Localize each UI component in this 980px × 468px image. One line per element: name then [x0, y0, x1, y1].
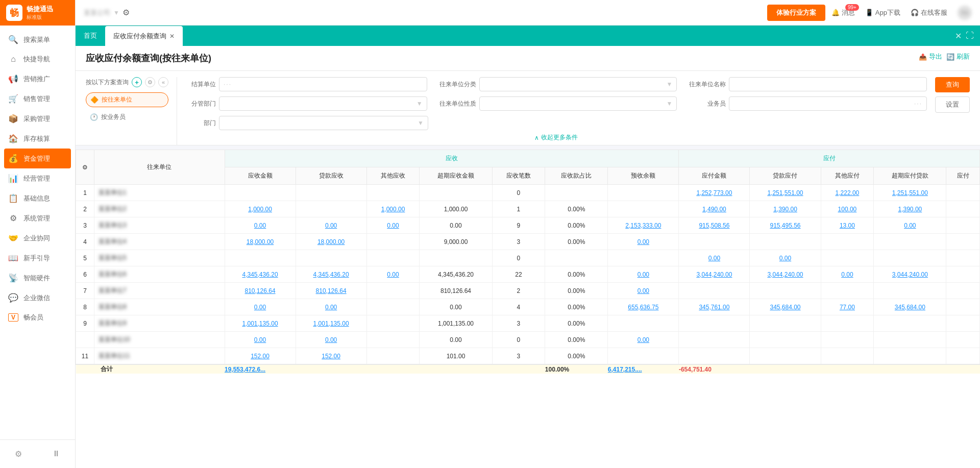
app-download-button[interactable]: 📱 App下载: [865, 8, 900, 17]
table-cell[interactable]: 1,251,551.00: [750, 185, 821, 201]
input-salesperson[interactable]: ···: [729, 96, 927, 111]
tab-home[interactable]: 首页: [76, 26, 105, 46]
header-settings-icon[interactable]: ⚙: [122, 8, 130, 17]
table-cell[interactable]: 0.00: [225, 299, 296, 315]
table-cell[interactable]: 0.00: [225, 217, 296, 234]
footer-ar-amount[interactable]: 19,553,472.6...: [225, 364, 296, 374]
table-cell: [366, 348, 420, 365]
sidebar-item-purchase[interactable]: 📦 采购管理: [0, 109, 75, 129]
table-cell[interactable]: 345,684.00: [750, 299, 821, 315]
table-container[interactable]: ⚙ 往来单位 应收 应付 应收金额 贷款应收 其他应收 超期应收金额 应收笔数: [76, 150, 980, 468]
table-cell[interactable]: 152.00: [225, 348, 296, 365]
input-partner-name[interactable]: [729, 77, 927, 91]
export-button[interactable]: 📤 导出: [919, 52, 942, 61]
table-cell[interactable]: 0.00: [608, 234, 679, 250]
table-cell[interactable]: 0.00: [366, 217, 420, 234]
sidebar-item-smart-hw[interactable]: 📡 智能硬件: [0, 268, 75, 288]
scheme-item-by-partner[interactable]: 🔶 按往来单位: [86, 92, 168, 107]
table-cell[interactable]: 1,251,551.00: [874, 185, 946, 201]
table-cell[interactable]: 1,490.00: [679, 201, 750, 217]
settings-button[interactable]: 设置: [935, 96, 970, 113]
table-cell[interactable]: 1,252,773.00: [679, 185, 750, 201]
tabbar-expand-icon[interactable]: ⛶: [966, 31, 974, 40]
table-cell[interactable]: 18,000.00: [296, 234, 366, 250]
service-button[interactable]: 🎧 在线客服: [911, 8, 947, 17]
input-partner-category[interactable]: ▼: [479, 77, 677, 91]
sidebar-collapse-button[interactable]: ⏸: [48, 445, 64, 463]
scheme-item-by-salesperson[interactable]: 🕐 按业务员: [86, 110, 168, 124]
sidebar-settings-button[interactable]: ⚙: [11, 445, 26, 463]
sidebar-item-basic-info[interactable]: 📋 基础信息: [0, 188, 75, 208]
table-cell[interactable]: 345,684.00: [874, 299, 946, 315]
table-cell[interactable]: 810,126.64: [296, 283, 366, 299]
scheme-settings-button[interactable]: ⚙: [145, 77, 155, 87]
table-cell[interactable]: 0.00: [296, 217, 366, 234]
collapse-button[interactable]: ∧ 收起更多条件: [534, 133, 578, 142]
tabbar-close-icon[interactable]: ✕: [955, 31, 962, 41]
sidebar-item-enterprise-collab[interactable]: 🤝 企业协同: [0, 228, 75, 248]
input-partner-nature[interactable]: ▼: [479, 96, 677, 111]
sidebar-item-enterprise-wechat[interactable]: 💬 企业微信: [0, 288, 75, 308]
table-cell[interactable]: 1,000.00: [225, 201, 296, 217]
table-cell[interactable]: 1,001,135.00: [296, 315, 366, 332]
table-cell[interactable]: 1,001,135.00: [225, 315, 296, 332]
scheme-collapse-button[interactable]: «: [158, 77, 168, 87]
input-dept-manager[interactable]: ▼: [219, 96, 427, 111]
table-cell[interactable]: 0.00: [366, 266, 420, 283]
table-cell[interactable]: 100.00: [821, 201, 874, 217]
table-cell[interactable]: 3,044,240.00: [874, 266, 946, 283]
sidebar-item-beginner[interactable]: 📖 新手引导: [0, 248, 75, 268]
input-settlement-unit[interactable]: ···: [219, 77, 427, 91]
input-dept[interactable]: ▼: [219, 116, 428, 130]
add-scheme-button[interactable]: +: [132, 77, 142, 87]
tab-ar-ap-close[interactable]: ✕: [169, 33, 175, 40]
table-cell[interactable]: 152.00: [296, 348, 366, 365]
table-cell[interactable]: 0.00: [296, 332, 366, 348]
sidebar-item-sales[interactable]: 🛒 销售管理: [0, 89, 75, 109]
sidebar-item-inventory[interactable]: 🏠 库存核算: [0, 129, 75, 149]
table-cell[interactable]: 810,126.64: [225, 283, 296, 299]
gear-icon[interactable]: ⚙: [82, 164, 88, 171]
cta-button[interactable]: 体验行业方案: [767, 5, 825, 21]
table-cell[interactable]: 13.00: [821, 217, 874, 234]
table-cell[interactable]: 915,495.56: [750, 217, 821, 234]
table-cell[interactable]: 0.00: [750, 250, 821, 266]
table-cell[interactable]: 3,044,240.00: [750, 266, 821, 283]
table-cell[interactable]: 0.00: [608, 266, 679, 283]
table-cell[interactable]: 4,345,436.20: [296, 266, 366, 283]
table-cell[interactable]: 1,222.00: [821, 185, 874, 201]
sidebar-item-system[interactable]: ⚙ 系统管理: [0, 208, 75, 228]
table-cell[interactable]: 4,345,436.20: [225, 266, 296, 283]
table-cell[interactable]: 1,390.00: [750, 201, 821, 217]
table-cell[interactable]: 0.00: [679, 250, 750, 266]
table-cell: [366, 332, 420, 348]
sidebar-item-vip[interactable]: V 畅会员: [0, 308, 75, 327]
tab-ar-ap-query[interactable]: 应收应付余额查询 ✕: [105, 26, 183, 46]
table-cell[interactable]: 0.00: [874, 217, 946, 234]
table-cell[interactable]: 345,761.00: [679, 299, 750, 315]
table-cell[interactable]: 2,153,333.00: [608, 217, 679, 234]
query-button[interactable]: 查询: [935, 77, 970, 92]
col-gear[interactable]: ⚙: [76, 150, 94, 185]
table-cell[interactable]: 0.00: [225, 332, 296, 348]
sidebar-item-search-menu[interactable]: 🔍 搜索菜单: [0, 30, 75, 50]
table-cell[interactable]: 915,508.56: [679, 217, 750, 234]
table-cell[interactable]: 0.00: [296, 299, 366, 315]
user-avatar[interactable]: Rit: [958, 6, 972, 20]
table-cell[interactable]: 18,000.00: [225, 234, 296, 250]
sidebar-item-operations[interactable]: 📊 经营管理: [0, 168, 75, 188]
sidebar-item-quick-nav[interactable]: ⌂ 快捷导航: [0, 50, 75, 69]
footer-ar-prepay[interactable]: 6,417,215....: [608, 364, 679, 374]
table-cell[interactable]: 0.00: [608, 283, 679, 299]
refresh-button[interactable]: 🔄 刷新: [946, 52, 970, 61]
sidebar-item-finance[interactable]: 💰 资金管理: [4, 149, 71, 168]
table-cell[interactable]: 0.00: [821, 266, 874, 283]
table-cell[interactable]: 1,390.00: [874, 201, 946, 217]
table-cell[interactable]: 0.00: [608, 332, 679, 348]
table-cell[interactable]: 1,000.00: [366, 201, 420, 217]
messages-button[interactable]: 🔔 消息 99+: [831, 8, 855, 17]
sidebar-item-marketing[interactable]: 📢 营销推广: [0, 69, 75, 89]
table-cell[interactable]: 3,044,240.00: [679, 266, 750, 283]
table-cell[interactable]: 77.00: [821, 299, 874, 315]
table-cell[interactable]: 655,636.75: [608, 299, 679, 315]
